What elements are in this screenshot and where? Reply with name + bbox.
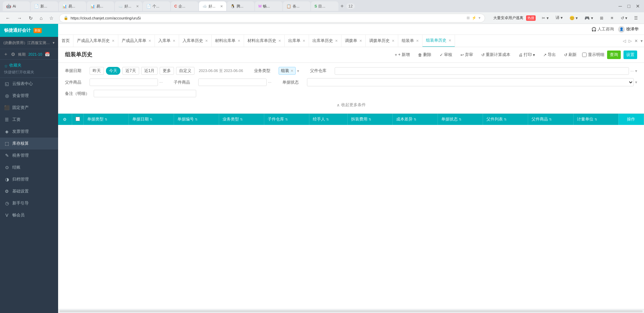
parent-warehouse-more[interactable]: ··· <box>630 69 634 73</box>
column-checkbox[interactable] <box>72 114 83 125</box>
url-box[interactable]: 🔒 https://cloud.chanjet.com/accounting/u… <box>59 14 485 23</box>
transfer-close[interactable]: ✕ <box>359 39 362 43</box>
display-toggle[interactable]: 显示明细 <box>582 52 604 58</box>
date-btn-yesterday[interactable]: 昨天 <box>90 67 104 75</box>
tab-enterprise[interactable]: C 企... <box>171 1 198 11</box>
sidebar-item-member[interactable]: V 畅会员 <box>0 209 58 221</box>
reload-button[interactable]: ↻ <box>27 14 34 22</box>
date-btn-today[interactable]: 今天 <box>106 67 120 75</box>
tab-personal[interactable]: 📄 个... <box>143 1 170 11</box>
forward-button[interactable]: → <box>16 14 23 22</box>
order-status-select[interactable]: 已审核 未审核 <box>307 78 634 86</box>
produce-in-history-close[interactable]: ✕ <box>112 39 115 43</box>
parent-goods-more[interactable]: ··· <box>159 80 163 85</box>
tab-chang[interactable]: M 畅... <box>255 1 282 11</box>
maximize-button[interactable]: □ <box>626 3 632 10</box>
column-parent-list[interactable]: 父件列表 ⇅ <box>483 114 528 125</box>
business-type-dropdown[interactable]: ▾ <box>297 69 299 73</box>
tab-close-hao1[interactable]: ✕ <box>136 4 139 8</box>
sidebar-item-inventory[interactable]: ⬚ 库存核算 <box>0 138 58 150</box>
material-out-close[interactable]: ✕ <box>238 39 240 43</box>
tab-hao2[interactable]: ☁️ 好... ✕ <box>199 1 226 11</box>
tab-new[interactable]: 📄 新... <box>31 1 58 11</box>
column-order-status[interactable]: 单据状态 ⇅ <box>438 114 483 125</box>
nav-close-button[interactable]: ✕ <box>633 39 639 43</box>
grid-view-button[interactable]: ⊞ <box>598 15 605 21</box>
tab-easy1[interactable]: 📊 易... <box>59 1 86 11</box>
material-out-history-close[interactable]: ✕ <box>278 39 281 43</box>
business-tag-close[interactable]: ✕ <box>291 69 293 73</box>
out-history-close[interactable]: ✕ <box>335 39 338 43</box>
sidebar-item-invoice[interactable]: ◈ 发票管理 <box>0 126 58 138</box>
column-child-warehouse[interactable]: 子件仓库 ⇅ <box>264 114 309 125</box>
tab-close-hao2[interactable]: ✕ <box>220 4 223 8</box>
nav-tab-stock-in-history[interactable]: 入库单历史 ✕ <box>179 35 212 47</box>
query-button[interactable]: 查询 <box>607 51 621 59</box>
sidebar-item-tax[interactable]: ✎ 税务管理 <box>0 150 58 161</box>
tab-mu[interactable]: S 目... <box>311 1 338 11</box>
nav-tab-home[interactable]: 首页 <box>58 35 73 47</box>
bookmark-button[interactable]: ☆ <box>48 14 55 22</box>
sidebar-item-funds[interactable]: ◎ 资金管理 <box>0 90 58 102</box>
out-close[interactable]: ✕ <box>303 39 305 43</box>
help-button[interactable]: 🎧 人工咨询 <box>591 26 614 32</box>
note-input[interactable] <box>94 90 196 97</box>
nav-tab-produce-in[interactable]: 产成品入库单 ✕ <box>118 35 155 47</box>
date-btn-7days[interactable]: 近7天 <box>122 67 139 75</box>
new-button[interactable]: + + 新增 <box>392 51 413 59</box>
parent-warehouse-input[interactable] <box>335 67 629 75</box>
transfer-history-close[interactable]: ✕ <box>392 39 394 43</box>
nav-tab-assemble[interactable]: 组装单 ✕ <box>398 35 422 47</box>
column-order-type[interactable]: 单据类型 ⇅ <box>83 114 129 125</box>
delete-button[interactable]: 🗑 删除 <box>415 51 434 59</box>
nav-tab-transfer[interactable]: 调拨单 ✕ <box>341 35 366 47</box>
nav-dropdown-button[interactable]: ▾ <box>639 39 644 43</box>
date-btn-custom[interactable]: 自定义 <box>176 67 194 75</box>
collapse-button[interactable]: ∧ 收起更多条件 <box>65 101 637 109</box>
stock-in-close[interactable]: ✕ <box>173 39 175 43</box>
date-btn-1month[interactable]: 近1月 <box>141 67 158 75</box>
tab-hao1[interactable]: ☁️ 好... ✕ <box>115 1 142 11</box>
home-button[interactable]: ⌂ <box>38 14 44 22</box>
produce-in-close[interactable]: ✕ <box>148 39 151 43</box>
settings-button[interactable]: 设置 <box>623 51 637 59</box>
tab-count-badge[interactable]: 12 <box>346 3 354 9</box>
company-dropdown[interactable]: ▾ <box>53 41 55 45</box>
tab-each[interactable]: 📋 各... <box>283 1 310 11</box>
settings-icon[interactable]: ⚙ <box>11 52 15 57</box>
column-handler[interactable]: 经手人 ⇅ <box>309 114 347 125</box>
scissors-button[interactable]: ✂ ▾ <box>540 15 550 21</box>
column-parent-goods[interactable]: 父件商品 ⇅ <box>528 114 573 125</box>
close-button[interactable]: ✕ <box>634 3 641 10</box>
translate-button[interactable]: 译 ▾ <box>553 14 565 22</box>
print-button[interactable]: 🖨 打印 ▾ <box>516 51 538 59</box>
parent-warehouse-dropdown[interactable]: ▾ <box>635 69 637 73</box>
sun-button[interactable]: ☀ <box>608 15 616 21</box>
assemble-history-close[interactable]: ✕ <box>448 39 451 42</box>
tab-easy2[interactable]: 📊 易... <box>87 1 114 11</box>
child-goods-input[interactable] <box>198 79 267 86</box>
column-business-type[interactable]: 业务类型 ⇅ <box>219 114 264 125</box>
nav-tab-stock-in[interactable]: 入库单 ✕ <box>155 35 179 47</box>
add-icon[interactable]: ＋ <box>3 51 8 57</box>
audit-button[interactable]: ✓ 审核 <box>437 51 455 59</box>
display-checkbox[interactable] <box>582 53 587 57</box>
nav-tab-assemble-history[interactable]: 组装单历史 ✕ <box>422 35 455 47</box>
column-unit[interactable]: 计量单位 ⇅ <box>573 114 618 125</box>
nav-scroll-left[interactable]: ◁ <box>621 39 627 43</box>
back-button[interactable]: ← <box>4 14 12 22</box>
new-tab-button[interactable]: + <box>339 3 345 9</box>
column-disassemble-fee[interactable]: 拆装费用 ⇅ <box>348 114 393 125</box>
column-order-date[interactable]: 单据日期 ⇅ <box>129 114 174 125</box>
nav-tab-transfer-history[interactable]: 调拨单历史 ✕ <box>366 35 398 47</box>
abandon-button[interactable]: ↩ 弃审 <box>458 51 476 59</box>
column-gear[interactable]: ⚙ <box>58 114 72 125</box>
child-goods-more[interactable]: ··· <box>268 80 271 85</box>
sidebar-item-guide[interactable]: ◷ 新手引导 <box>0 197 58 209</box>
stock-in-history-close[interactable]: ✕ <box>205 39 208 43</box>
nav-scroll-right[interactable]: ▷ <box>627 39 633 43</box>
undo-button[interactable]: ↺ ▾ <box>619 15 629 21</box>
sidebar-item-reports[interactable]: ◱ 云报表中心 <box>0 78 58 90</box>
game-button[interactable]: 🎮 ▾ <box>582 15 595 21</box>
tab-ai[interactable]: 🤖 Ai <box>3 1 30 11</box>
